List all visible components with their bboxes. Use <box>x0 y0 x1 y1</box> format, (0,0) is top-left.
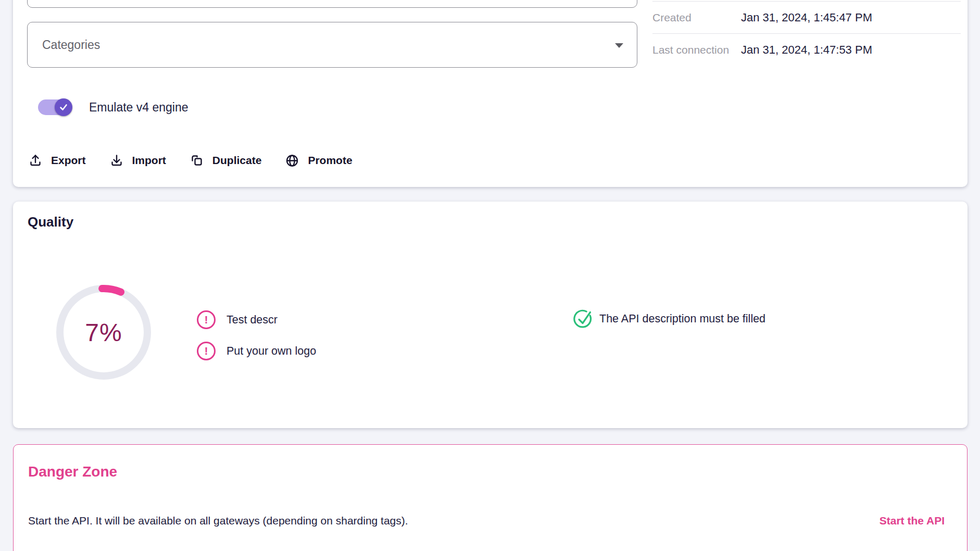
name-input[interactable] <box>27 0 637 8</box>
quality-passed-text: The API description must be filled <box>599 312 765 325</box>
quality-warning-item: ! Put your own logo <box>197 342 316 360</box>
check-circle-icon <box>573 308 594 329</box>
last-connection-label: Last connection <box>652 40 741 60</box>
promote-globe-icon <box>285 153 299 168</box>
import-button[interactable]: Import <box>109 153 166 168</box>
quality-card: Quality 7% ! Test descr ! Put your own l… <box>13 202 968 428</box>
emulate-v4-toggle-row: Emulate v4 engine <box>38 98 189 117</box>
last-connection-value: Jan 31, 2024, 1:47:53 PM <box>741 40 961 60</box>
export-icon <box>28 153 43 168</box>
chevron-down-icon <box>615 43 623 48</box>
general-info-card: Categories Emulate v4 engine Export <box>13 0 968 187</box>
check-icon <box>59 103 68 112</box>
export-button-label: Export <box>51 154 86 167</box>
promote-button-label: Promote <box>308 154 352 167</box>
api-actions-toolbar: Export Import Duplicate <box>28 153 353 168</box>
created-value: Jan 31, 2024, 1:45:47 PM <box>741 7 961 28</box>
detail-row-last-connection: Last connection Jan 31, 2024, 1:47:53 PM <box>652 34 961 66</box>
danger-zone-start-row: Start the API. It will be available on a… <box>28 514 945 528</box>
danger-zone-card: Danger Zone Start the API. It will be av… <box>13 444 968 551</box>
quality-score-donut: 7% <box>56 285 151 380</box>
quality-score-value: 7% <box>56 285 151 380</box>
duplicate-button-label: Duplicate <box>212 154 262 167</box>
start-api-button[interactable]: Start the API <box>880 515 945 527</box>
duplicate-icon <box>190 153 204 168</box>
quality-warning-list: ! Test descr ! Put your own logo <box>197 310 316 373</box>
export-button[interactable]: Export <box>28 153 86 168</box>
quality-passed-item: The API description must be filled <box>573 308 765 329</box>
toggle-thumb <box>55 98 72 116</box>
import-button-label: Import <box>132 154 166 167</box>
quality-warning-text: Test descr <box>227 314 278 327</box>
emulate-v4-toggle[interactable] <box>38 99 71 115</box>
page: Categories Emulate v4 engine Export <box>0 0 980 551</box>
duplicate-button[interactable]: Duplicate <box>190 153 262 168</box>
warning-icon: ! <box>197 342 216 360</box>
emulate-v4-toggle-label: Emulate v4 engine <box>89 101 189 115</box>
quality-warning-text: Put your own logo <box>227 345 316 358</box>
quality-title: Quality <box>28 214 73 230</box>
categories-select[interactable]: Categories <box>27 22 637 68</box>
quality-warning-item: ! Test descr <box>197 310 316 329</box>
warning-icon: ! <box>197 310 216 329</box>
detail-row-created: Created Jan 31, 2024, 1:45:47 PM <box>652 1 961 34</box>
created-label: Created <box>652 7 741 28</box>
api-details-table: Created Jan 31, 2024, 1:45:47 PM Last co… <box>652 1 961 66</box>
danger-zone-title: Danger Zone <box>28 464 117 480</box>
promote-button[interactable]: Promote <box>285 153 352 168</box>
categories-select-label: Categories <box>42 22 100 67</box>
import-icon <box>109 153 124 168</box>
start-api-description: Start the API. It will be available on a… <box>28 515 408 527</box>
